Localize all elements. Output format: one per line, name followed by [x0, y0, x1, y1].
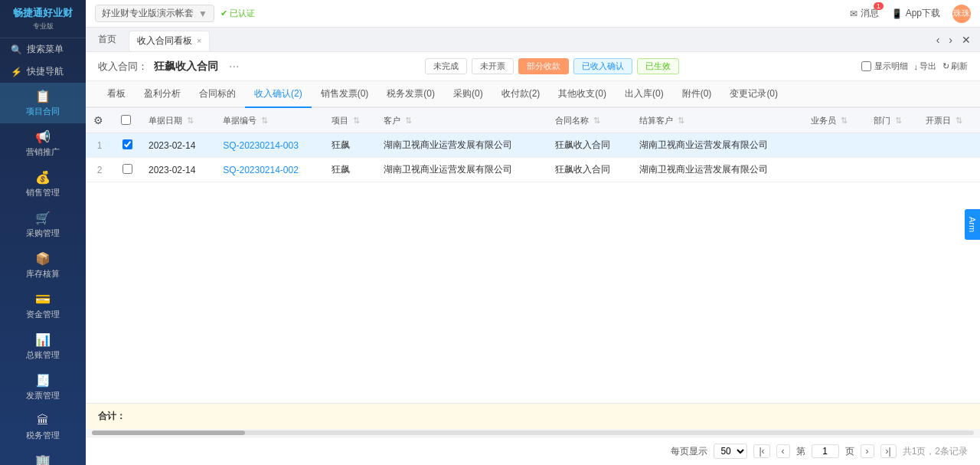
topbar-left: 好业财专业版演示帐套 ▼ ✔ 已认证: [95, 5, 255, 22]
tab-prev-arrow[interactable]: ‹: [933, 32, 943, 47]
sidebar-item-invoice[interactable]: 🧾 发票管理: [0, 367, 86, 408]
dept-col-header: 部门 ⇅: [866, 108, 918, 133]
sidebar-item-label: 资金管理: [26, 309, 60, 320]
logo-sub: 专业版: [33, 21, 54, 31]
refresh-button[interactable]: ↻ 刷新: [942, 61, 968, 72]
company-selector[interactable]: 好业财专业版演示帐套 ▼: [95, 5, 214, 22]
status-uninvoiced[interactable]: 未开票: [472, 58, 514, 74]
close-tab-button[interactable]: ×: [197, 36, 201, 45]
table-row[interactable]: 2 2023-02-14 SQ-20230214-002 狂飙 湖南卫视商业运营…: [86, 158, 980, 182]
status-partial-payment[interactable]: 部分收款: [518, 58, 569, 74]
tab-other-income[interactable]: 其他收支(0): [549, 81, 616, 108]
row-checkbox-cell: [113, 133, 141, 158]
sidebar-item-label: 采购管理: [26, 228, 60, 239]
right-panel-icon[interactable]: Arm: [965, 209, 980, 240]
sidebar-search[interactable]: 🔍 搜索菜单: [0, 38, 86, 61]
page-number-input[interactable]: [812, 444, 839, 458]
export-icon: ↓: [914, 62, 919, 71]
sidebar-item-finance[interactable]: 💳 资金管理: [0, 286, 86, 326]
settle-sort-icon[interactable]: ⇅: [678, 116, 684, 125]
sidebar-item-tax[interactable]: 🏛 税务管理: [0, 408, 86, 447]
contract-sort-icon[interactable]: ⇅: [593, 116, 600, 125]
scrollbar-track: [92, 431, 974, 435]
customer-sort-icon[interactable]: ⇅: [405, 116, 412, 125]
show-detail-input[interactable]: [861, 61, 871, 71]
status-revenue-confirmed[interactable]: 已收入确认: [573, 58, 632, 74]
tab-close-all[interactable]: ✕: [959, 32, 974, 47]
tab-change-records[interactable]: 变更记录(0): [720, 81, 787, 108]
avatar: 珠珠: [952, 5, 971, 23]
project-icon: 📋: [35, 89, 51, 103]
tab-profit[interactable]: 盈利分析: [135, 81, 190, 108]
sidebar-item-sales[interactable]: 💰 销售管理: [0, 164, 86, 205]
sidebar-quick-nav[interactable]: ⚡ 快捷导航: [0, 61, 86, 83]
scrollbar-thumb[interactable]: [92, 431, 245, 435]
tab-purchase[interactable]: 采购(0): [444, 81, 492, 108]
invoice-icon: 🧾: [35, 373, 51, 388]
prev-page-button[interactable]: ‹: [776, 444, 790, 458]
invoice-date-sort-icon[interactable]: ⇅: [956, 116, 962, 125]
row-checkbox[interactable]: [122, 164, 132, 174]
sidebar-item-label: 税务管理: [26, 430, 60, 441]
row-num: 1: [86, 133, 113, 158]
message-button[interactable]: ✉ 1 消息: [850, 7, 879, 20]
horizontal-scrollbar[interactable]: [86, 429, 980, 437]
app-download-button[interactable]: 📱 App下载: [891, 7, 940, 20]
project-sort-icon[interactable]: ⇅: [353, 116, 360, 125]
tab-next-arrow[interactable]: ›: [946, 32, 956, 47]
row-order-no[interactable]: SQ-20230214-003: [215, 133, 324, 158]
tab-contract-subject[interactable]: 合同标的: [190, 81, 245, 108]
tab-warehouse[interactable]: 出入库(0): [616, 81, 673, 108]
purchase-icon: 🛒: [35, 211, 51, 225]
column-settings-icon[interactable]: ⚙: [93, 114, 103, 126]
tab-tax-invoice[interactable]: 税务发票(0): [377, 81, 444, 108]
tab-kanban[interactable]: 看板: [98, 81, 135, 108]
tab-contract-board[interactable]: 收入合同看板 ×: [129, 31, 210, 51]
data-table: ⚙ 单据日期 ⇅ 单据编号 ⇅: [86, 108, 980, 182]
user-avatar[interactable]: 珠珠: [952, 5, 971, 23]
per-page-select[interactable]: 50: [714, 444, 747, 459]
tab-revenue-confirm[interactable]: 收入确认(2): [245, 81, 312, 108]
export-button[interactable]: ↓ 导出: [914, 61, 937, 72]
row-dept: [866, 158, 918, 182]
select-all-checkbox[interactable]: [121, 115, 131, 125]
sidebar-item-inventory[interactable]: 📦 库存核算: [0, 245, 86, 286]
row-checkbox-cell: [113, 158, 141, 182]
status-incomplete[interactable]: 未完成: [425, 58, 467, 74]
refresh-icon: ↻: [942, 61, 949, 71]
tab-payment[interactable]: 收付款(2): [492, 81, 550, 108]
company-name: 好业财专业版演示帐套: [102, 7, 194, 20]
search-label: 搜索菜单: [27, 43, 64, 56]
row-contract-name: 狂飙收入合同: [547, 133, 632, 158]
show-detail-checkbox[interactable]: 显示明细: [861, 61, 908, 72]
row-settle-customer: 湖南卫视商业运营发展有限公司: [632, 158, 803, 182]
sidebar-item-label: 营销推广: [26, 146, 60, 158]
more-actions-button[interactable]: ···: [224, 60, 243, 74]
row-dept: [866, 133, 918, 158]
status-effective[interactable]: 已生效: [637, 58, 679, 74]
sidebar-item-ledger[interactable]: 📊 总账管理: [0, 326, 86, 367]
row-project: 狂飙: [324, 158, 376, 182]
salesman-sort-icon[interactable]: ⇅: [841, 116, 848, 125]
tab-sales-invoice[interactable]: 销售发票(0): [312, 81, 378, 108]
row-date: 2023-02-14: [141, 133, 215, 158]
sidebar-item-assets[interactable]: 🏢 固定资产: [0, 447, 86, 465]
next-page-button[interactable]: ›: [861, 444, 874, 458]
sidebar-item-project[interactable]: 📋 项目合同: [0, 83, 86, 123]
last-page-button[interactable]: ›|: [880, 444, 897, 458]
main-area: 好业财专业版演示帐套 ▼ ✔ 已认证 ✉ 1 消息 📱 App下载 珠珠: [86, 0, 980, 465]
first-page-button[interactable]: |‹: [753, 444, 769, 458]
contract-actions: 未完成 未开票 部分收款 已收入确认 已生效: [425, 58, 679, 74]
tab-attachments[interactable]: 附件(0): [673, 81, 721, 108]
tab-home[interactable]: 首页: [92, 33, 122, 46]
row-checkbox[interactable]: [122, 139, 132, 149]
order-sort-icon[interactable]: ⇅: [261, 116, 268, 125]
sidebar-item-purchase[interactable]: 🛒 采购管理: [0, 205, 86, 245]
table-row[interactable]: 1 2023-02-14 SQ-20230214-003 狂飙 湖南卫视商业运营…: [86, 133, 980, 158]
sidebar-item-marketing[interactable]: 📢 营销推广: [0, 123, 86, 164]
settle-col-header: 结算客户 ⇅: [632, 108, 803, 133]
check-icon: ✔: [220, 8, 227, 18]
date-sort-icon[interactable]: ⇅: [187, 116, 194, 125]
dept-sort-icon[interactable]: ⇅: [895, 116, 902, 125]
row-order-no[interactable]: SQ-20230214-002: [215, 158, 324, 182]
